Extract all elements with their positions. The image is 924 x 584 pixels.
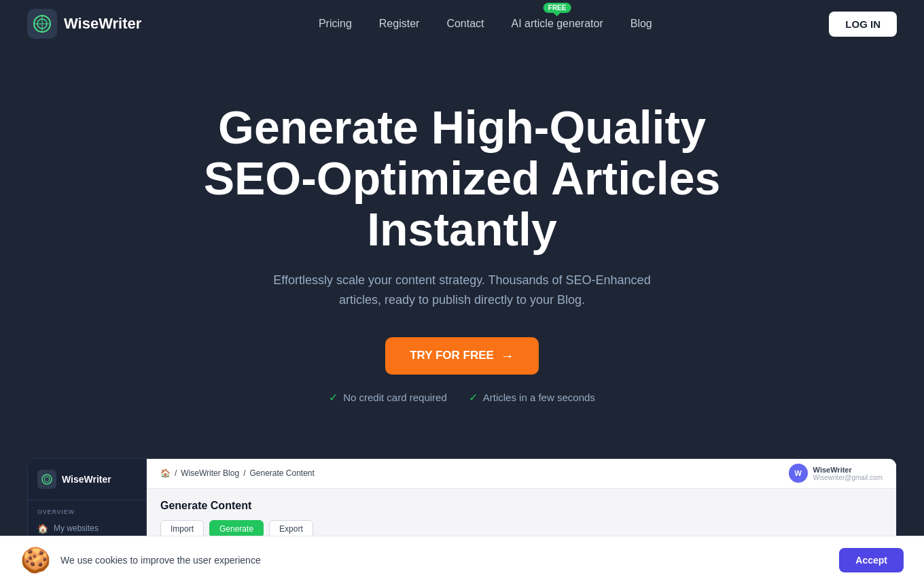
logo-icon: [27, 9, 57, 39]
app-user: W WiseWriter Wisewriter@gmail.com: [789, 464, 883, 483]
cookie-left: 🍪 We use cookies to improve the user exp…: [20, 546, 261, 574]
hero-subtext: Effortlessly scale your content strategy…: [258, 271, 666, 310]
nav-item-contact[interactable]: Contact: [446, 18, 484, 30]
brand-name: WiseWriter: [64, 15, 141, 33]
cookie-text: We use cookies to improve the user exper…: [60, 555, 261, 566]
breadcrumb: 🏠 / WiseWriter Blog / Generate Content: [160, 468, 315, 478]
home-icon: 🏠: [37, 523, 48, 534]
arrow-icon: →: [501, 348, 514, 364]
sidebar-item-my-websites[interactable]: 🏠 My websites: [28, 519, 146, 538]
user-info: WiseWriter Wisewriter@gmail.com: [813, 466, 883, 481]
cta-button[interactable]: TRY FOR FREE →: [385, 337, 539, 375]
nav-links: Pricing Register Contact FREE AI article…: [319, 18, 652, 30]
nav-item-pricing[interactable]: Pricing: [319, 18, 352, 30]
navbar: WiseWriter Pricing Register Contact FREE…: [0, 0, 924, 48]
accept-cookie-button[interactable]: Accept: [839, 548, 904, 572]
nav-item-article-generator[interactable]: FREE AI article generator: [512, 18, 603, 30]
hero-section: Generate High-Quality SEO-Optimized Arti…: [0, 48, 924, 445]
sidebar-section-overview: Overview: [28, 509, 146, 515]
app-topbar: 🏠 / WiseWriter Blog / Generate Content W…: [147, 459, 896, 489]
nav-item-blog[interactable]: Blog: [630, 18, 652, 30]
breadcrumb-home-icon: 🏠: [160, 468, 171, 478]
sidebar-logo-icon: [37, 470, 56, 489]
sidebar-brand-name: WiseWriter: [62, 474, 111, 485]
free-badge: FREE: [544, 3, 571, 13]
login-button[interactable]: LOG IN: [829, 12, 897, 37]
cookie-icon: 🍪: [20, 546, 51, 574]
cookie-bar: 🍪 We use cookies to improve the user exp…: [0, 536, 924, 584]
avatar: W: [789, 464, 808, 483]
page-title: Generate Content: [160, 500, 883, 512]
checkmark-icon-1: ✓: [329, 391, 338, 404]
svg-point-4: [42, 475, 52, 484]
svg-point-5: [44, 477, 50, 482]
hero-heading: Generate High-Quality SEO-Optimized Arti…: [156, 102, 768, 254]
check-item-2: ✓ Articles in a few seconds: [469, 391, 595, 404]
nav-item-register[interactable]: Register: [379, 18, 420, 30]
logo[interactable]: WiseWriter: [27, 9, 141, 39]
hero-checks: ✓ No credit card required ✓ Articles in …: [27, 391, 897, 404]
sidebar-logo: WiseWriter: [28, 470, 146, 500]
check-item-1: ✓ No credit card required: [329, 391, 447, 404]
checkmark-icon-2: ✓: [469, 391, 478, 404]
